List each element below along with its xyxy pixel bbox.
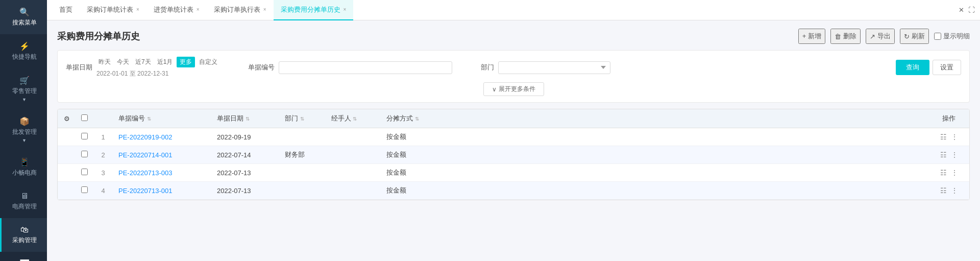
sidebar-label-quick: 快捷导航 [12,53,37,61]
row-docno-link-2[interactable]: PE-20220713-003 [118,169,173,177]
close-window-icon[interactable]: ✕ [959,6,964,14]
tab-purchase-order-stats[interactable]: 采购订单统计表× [80,0,146,20]
row-more-icon-0[interactable]: ⋮ [951,133,958,141]
shortcut-custom[interactable]: 自定义 [197,57,219,67]
sidebar-label-search: 搜索菜单 [12,18,37,27]
dept-select[interactable] [498,61,610,74]
row-more-icon-1[interactable]: ⋮ [951,151,958,159]
arrow-icon-retail: ▼ [22,97,27,102]
row-checkbox-0[interactable] [81,133,88,139]
doc-no-filter-group: 单据编号 [248,61,452,74]
inventory-icon: 📊 [19,259,30,261]
shortcut-today[interactable]: 今天 [115,57,131,67]
row-gear-3 [58,182,76,200]
date-shortcuts: 昨天 今天 近7天 近1月 更多 自定义 [96,57,219,67]
refresh-button[interactable]: ↻ 刷新 [900,29,929,44]
col-doc-no: 单据编号 ⇅ [113,109,212,128]
tab-close-purchase-cost-history[interactable]: × [344,7,347,12]
sidebar-item-inventory[interactable]: 📊 库存核算 [0,252,47,261]
data-table: ⚙ 单据编号 ⇅ 单据日期 ⇅ [58,109,969,200]
row-ops-2: ☷ ⋮ [928,164,969,182]
col-handler-sort[interactable]: ⇅ [353,116,357,122]
col-method-sort[interactable]: ⇅ [415,116,419,122]
row-method-3: 按金额 [381,182,928,200]
row-method-0: 按金额 [381,128,928,146]
row-docno-link-0[interactable]: PE-20220919-002 [118,133,173,141]
col-doc-date-sort[interactable]: ⇅ [246,116,250,122]
page-title: 采购费用分摊单历史 [57,30,140,42]
add-button[interactable]: + 新增 [798,29,825,44]
sidebar-item-quick[interactable]: ⚡ 快捷导航 [0,34,47,68]
tab-close-inbound-stats[interactable]: × [197,7,200,12]
tab-label-purchase-order-exec: 采购订单执行表 [214,5,260,14]
sidebar-label-miniapp: 小畅电商 [12,169,37,177]
sidebar-item-retail[interactable]: 🛒 零售管理 ▼ [0,68,47,109]
row-edit-icon-3[interactable]: ☷ [940,186,947,195]
gear-icon[interactable]: ⚙ [64,115,70,123]
delete-button[interactable]: 🗑 删除 [830,29,861,44]
doc-no-input[interactable] [279,61,452,74]
expand-more-area: ∨ 展开更多条件 [66,82,961,96]
main-content: 首页采购订单统计表×进货单统计表×采购订单执行表×采购费用分摊单历史× ✕ ⛶ … [47,0,980,261]
row-more-icon-3[interactable]: ⋮ [951,186,958,195]
row-docno-3: PE-20220713-001 [113,182,212,200]
row-num-3: 4 [93,182,113,200]
dept-filter-group: 部门 [481,61,610,74]
query-button[interactable]: 查询 [896,60,929,75]
col-dept-sort[interactable]: ⇅ [300,116,304,122]
row-edit-icon-0[interactable]: ☷ [940,133,947,141]
row-num-0: 1 [93,128,113,146]
col-doc-no-sort[interactable]: ⇅ [147,116,151,122]
sidebar-item-wholesale[interactable]: 📦 批发管理 ▼ [0,109,47,150]
row-check-3 [76,182,93,200]
filter-settings-button[interactable]: 设置 [933,60,961,75]
row-date-1: 2022-07-14 [212,146,280,164]
row-checkbox-2[interactable] [81,169,88,175]
tab-inbound-stats[interactable]: 进货单统计表× [146,0,207,20]
col-check [76,109,93,128]
show-cols-toggle[interactable]: 显示明细 [934,32,970,41]
toolbar: + 新增 🗑 删除 ↗ 导出 ↻ 刷新 显示明细 [798,29,970,44]
row-edit-icon-1[interactable]: ☷ [940,151,947,159]
tab-close-purchase-order-stats[interactable]: × [136,7,139,12]
row-num-2: 3 [93,164,113,182]
select-all-checkbox[interactable] [81,114,88,121]
filter-row-1: 单据日期 昨天 今天 近7天 近1月 更多 自定义 2022-01-01 至 2… [66,57,961,78]
tab-home[interactable]: 首页 [52,0,80,20]
expand-more-button[interactable]: ∨ 展开更多条件 [483,82,544,96]
col-handler: 经手人 ⇅ [326,109,382,128]
row-edit-icon-2[interactable]: ☷ [940,169,947,177]
sidebar-item-ecommerce[interactable]: 🖥 电商管理 [0,184,47,218]
delete-icon: 🗑 [835,33,841,40]
sidebar-item-miniapp[interactable]: 📱 小畅电商 [0,150,47,184]
sidebar: 🔍 搜索菜单 ⚡ 快捷导航 🛒 零售管理 ▼ 📦 批发管理 ▼ 📱 小畅电商 🖥… [0,0,47,261]
table-row: 1 PE-20220919-002 2022-09-19 按金额 ☷ ⋮ [58,128,969,146]
retail-icon: 🛒 [19,76,30,85]
tab-close-purchase-order-exec[interactable]: × [263,7,266,12]
row-checkbox-3[interactable] [81,186,88,193]
row-more-icon-2[interactable]: ⋮ [951,169,958,177]
arrow-icon-wholesale: ▼ [22,138,27,143]
row-checkbox-1[interactable] [81,151,88,157]
filter-area: 单据日期 昨天 今天 近7天 近1月 更多 自定义 2022-01-01 至 2… [57,50,970,103]
tab-bar-right: ✕ ⛶ [959,6,975,14]
tab-purchase-cost-history[interactable]: 采购费用分摊单历史× [274,0,354,20]
shortcut-7days[interactable]: 近7天 [133,57,153,67]
row-docno-link-3[interactable]: PE-20220713-001 [118,187,173,195]
row-num-1: 2 [93,146,113,164]
row-docno-link-1[interactable]: PE-20220714-001 [118,151,173,159]
export-button[interactable]: ↗ 导出 [866,29,895,44]
tab-label-purchase-order-stats: 采购订单统计表 [87,5,133,14]
sidebar-item-purchase[interactable]: 🛍 采购管理 [0,218,47,252]
tab-purchase-order-exec[interactable]: 采购订单执行表× [207,0,274,20]
sidebar-label-purchase: 采购管理 [12,236,37,245]
expand-window-icon[interactable]: ⛶ [968,6,975,14]
sidebar-item-search[interactable]: 🔍 搜索菜单 [0,0,47,34]
shortcut-1month[interactable]: 近1月 [155,57,175,67]
col-handler-label: 经手人 [331,114,351,122]
shortcut-yesterday[interactable]: 昨天 [96,57,113,67]
export-icon: ↗ [870,33,875,40]
show-cols-checkbox[interactable] [934,33,941,40]
shortcut-more[interactable]: 更多 [177,57,195,67]
row-date-3: 2022-07-13 [212,182,280,200]
